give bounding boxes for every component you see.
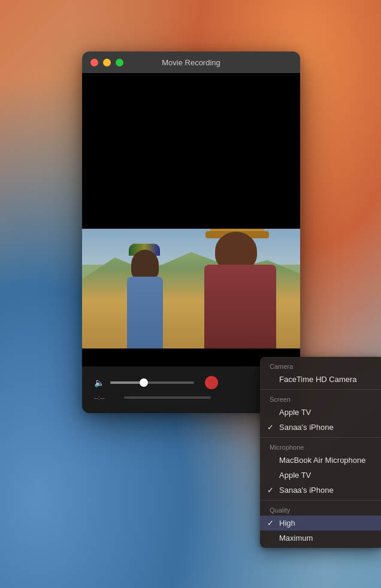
video-frame [82, 229, 300, 348]
volume-slider[interactable] [110, 381, 194, 384]
volume-slider-fill [110, 381, 144, 384]
menu-item-sanaas-iphone-screen[interactable]: Sanaa's iPhone [260, 420, 381, 435]
menu-item-apple-tv-mic[interactable]: Apple TV [260, 468, 381, 483]
menu-item-quality-maximum[interactable]: Maximum [260, 531, 381, 545]
volume-icon[interactable]: 🔈 [94, 378, 104, 387]
menu-section-screen: Screen Apple TV Sanaa's iPhone [260, 389, 381, 437]
person-right [198, 235, 282, 348]
person-left-body [127, 277, 163, 348]
close-button[interactable] [90, 59, 98, 66]
time-display: --:-- [94, 394, 118, 401]
menu-item-apple-tv-screen[interactable]: Apple TV [260, 405, 381, 420]
playback-row: --:-- [94, 394, 288, 401]
dropdown-menu: Camera FaceTime HD Camera Screen Apple T… [260, 357, 381, 548]
volume-slider-thumb[interactable] [140, 378, 148, 387]
person-left-head [131, 250, 159, 280]
record-button[interactable] [205, 376, 218, 389]
volume-row: 🔈 [94, 376, 288, 389]
menu-item-macbook-air-mic[interactable]: MacBook Air Microphone [260, 453, 381, 468]
microphone-section-label: Microphone [260, 440, 381, 453]
menu-section-quality: Quality High Maximum [260, 500, 381, 548]
title-bar: Movie Recording [82, 51, 300, 73]
menu-section-microphone: Microphone MacBook Air Microphone Apple … [260, 437, 381, 500]
video-container [82, 73, 300, 366]
person-left [118, 247, 172, 348]
menu-section-camera: Camera FaceTime HD Camera [260, 357, 381, 389]
minimize-button[interactable] [103, 59, 111, 66]
quality-section-label: Quality [260, 503, 381, 516]
menu-item-sanaas-iphone-mic[interactable]: Sanaa's iPhone [260, 483, 381, 498]
menu-item-facetime-hd[interactable]: FaceTime HD Camera [260, 372, 381, 387]
traffic-lights [82, 59, 123, 66]
video-black-top [82, 73, 300, 229]
window-title: Movie Recording [162, 58, 220, 67]
person-right-body [204, 265, 276, 348]
maximize-button[interactable] [116, 59, 123, 66]
camera-section-label: Camera [260, 359, 381, 372]
screen-section-label: Screen [260, 392, 381, 405]
menu-item-quality-high[interactable]: High [260, 516, 381, 531]
progress-track[interactable] [124, 396, 211, 399]
